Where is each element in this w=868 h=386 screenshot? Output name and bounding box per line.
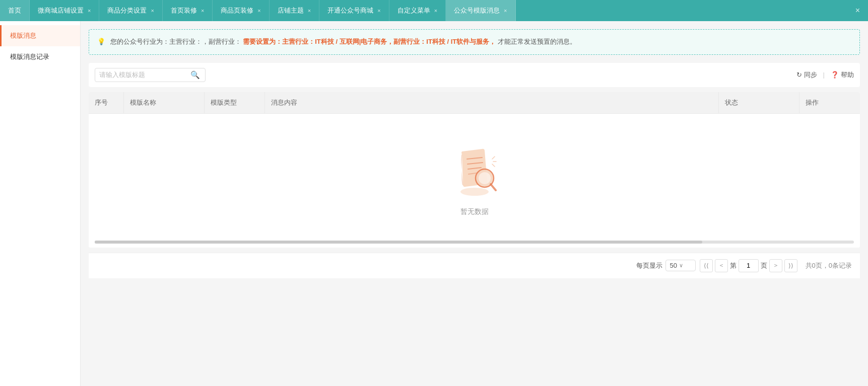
notice-suffix: 才能正常发送预置的消息。	[498, 38, 576, 45]
chevron-down-icon: ∨	[679, 262, 683, 269]
tab-template-msg[interactable]: 公众号模版消息×	[446, 0, 515, 21]
svg-line-8	[492, 157, 495, 159]
sync-label: 同步	[804, 70, 817, 80]
toolbar-right: ↻ 同步 | ❓ 帮助	[796, 70, 854, 80]
notice-icon: 💡	[97, 38, 105, 45]
help-label: 帮助	[841, 70, 854, 80]
tab-close-open-mall[interactable]: ×	[377, 8, 380, 14]
sidebar-label-template-msg: 模版消息	[10, 32, 36, 39]
page-nav: ⟨⟨ ＜ 第 1 页 ＞ ⟩⟩	[700, 259, 797, 272]
th-status: 状态	[719, 92, 799, 113]
scrollbar-thumb[interactable]	[95, 241, 702, 244]
tab-close-product-category[interactable]: ×	[151, 8, 154, 14]
per-page-label: 每页显示	[636, 261, 662, 270]
notice-highlight: 需要设置为：主营行业：IT科技 / 互联网|电子商务，副营行业：IT科技 / I…	[243, 38, 496, 45]
tab-custom-menu[interactable]: 自定义菜单×	[389, 0, 446, 21]
empty-text: 暂无数据	[460, 207, 489, 216]
sidebar-label-template-msg-records: 模版消息记录	[10, 53, 49, 60]
content-area: 💡 您的公众号行业为：主营行业：，副营行业： 需要设置为：主营行业：IT科技 /…	[81, 21, 868, 386]
tab-product-decoration[interactable]: 商品页装修×	[213, 0, 269, 21]
page-number-input[interactable]: 1	[739, 259, 759, 272]
tab-label-home-decoration: 首页装修	[171, 6, 197, 15]
empty-illustration	[447, 144, 502, 199]
tab-close-template-msg[interactable]: ×	[504, 8, 507, 14]
svg-point-6	[479, 172, 491, 184]
toolbar: 🔍 ↻ 同步 | ❓ 帮助	[89, 63, 860, 87]
per-page-select: 每页显示 50 ∨	[636, 260, 696, 271]
per-page-dropdown[interactable]: 50 ∨	[665, 260, 696, 271]
table-wrap: 序号模版名称模版类型消息内容状态操作	[89, 92, 860, 248]
help-icon: ❓	[831, 71, 839, 79]
tab-close-product-decoration[interactable]: ×	[257, 8, 260, 14]
tab-label-store-theme: 店铺主题	[278, 6, 304, 15]
total-info: 共0页，0条记录	[806, 261, 852, 270]
tab-close-wshop-settings[interactable]: ×	[88, 8, 91, 14]
search-icon: 🔍	[190, 70, 200, 79]
help-button[interactable]: ❓ 帮助	[831, 70, 854, 80]
tab-label-open-mall: 开通公众号商城	[327, 6, 373, 15]
th-index: 序号	[89, 92, 124, 113]
tab-store-theme[interactable]: 店铺主题×	[270, 0, 319, 21]
tab-close-store-theme[interactable]: ×	[308, 8, 311, 14]
tab-label-product-decoration: 商品页装修	[221, 6, 253, 15]
first-page-button[interactable]: ⟨⟨	[700, 259, 713, 272]
tab-label-wshop-settings: 微商城店铺设置	[38, 6, 84, 15]
svg-line-10	[492, 164, 495, 167]
page-prefix: 第	[730, 261, 737, 270]
tab-label-home: 首页	[8, 6, 21, 15]
empty-state: 暂无数据	[89, 114, 860, 237]
page-suffix: 页	[761, 261, 767, 270]
main-layout: 模版消息模版消息记录 💡 您的公众号行业为：主营行业：，副营行业： 需要设置为：…	[0, 21, 868, 386]
svg-line-7	[491, 184, 496, 190]
tab-open-mall[interactable]: 开通公众号商城×	[319, 0, 389, 21]
prev-page-button[interactable]: ＜	[715, 259, 728, 272]
last-page-button[interactable]: ⟩⟩	[784, 259, 797, 272]
tab-product-category[interactable]: 商品分类设置×	[99, 0, 162, 21]
tab-home-decoration[interactable]: 首页装修×	[163, 0, 213, 21]
next-page-button[interactable]: ＞	[769, 259, 782, 272]
tab-label-template-msg: 公众号模版消息	[454, 6, 500, 15]
page-input-wrap: 1	[739, 259, 759, 272]
th-action: 操作	[799, 92, 860, 113]
search-input-wrap: 🔍	[95, 68, 206, 82]
horizontal-scrollbar[interactable]	[95, 241, 854, 244]
per-page-value: 50	[670, 262, 677, 269]
th-type: 模版类型	[205, 92, 265, 113]
pagination: 每页显示 50 ∨ ⟨⟨ ＜ 第 1 页 ＞ ⟩⟩ 共0页，0条记录	[89, 253, 860, 278]
tab-close-custom-menu[interactable]: ×	[434, 8, 437, 14]
th-content: 消息内容	[265, 92, 719, 113]
tab-label-product-category: 商品分类设置	[107, 6, 147, 15]
sidebar: 模版消息模版消息记录	[0, 21, 81, 386]
sync-button[interactable]: ↻ 同步	[796, 70, 817, 80]
tab-label-custom-menu: 自定义菜单	[397, 6, 430, 15]
tab-wshop-settings[interactable]: 微商城店铺设置×	[30, 0, 99, 21]
sync-icon: ↻	[796, 71, 802, 79]
notice-box: 💡 您的公众号行业为：主营行业：，副营行业： 需要设置为：主营行业：IT科技 /…	[89, 29, 860, 55]
sidebar-item-template-msg[interactable]: 模版消息	[0, 25, 80, 46]
tab-home[interactable]: 首页	[0, 0, 30, 21]
notice-prefix: 您的公众号行业为：主营行业：，副营行业：	[110, 38, 241, 45]
th-name: 模版名称	[124, 92, 205, 113]
search-input[interactable]	[99, 71, 189, 79]
search-button[interactable]: 🔍	[189, 70, 201, 80]
tab-close-home-decoration[interactable]: ×	[201, 8, 204, 14]
toolbar-divider: |	[823, 71, 825, 79]
tab-bar: 首页微商城店铺设置×商品分类设置×首页装修×商品页装修×店铺主题×开通公众号商城…	[0, 0, 868, 21]
table-header: 序号模版名称模版类型消息内容状态操作	[89, 92, 860, 114]
svg-point-0	[460, 188, 489, 196]
sidebar-item-template-msg-records[interactable]: 模版消息记录	[0, 46, 80, 67]
close-all-button[interactable]: ×	[847, 6, 868, 15]
scroll-bar-area	[89, 237, 860, 248]
